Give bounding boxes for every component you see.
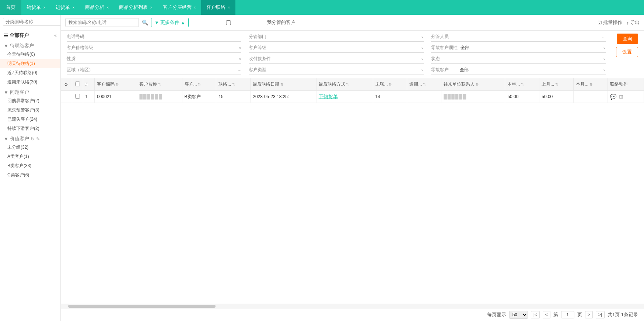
pending-group-label: ▼ 待联络客户 <box>0 40 60 50</box>
table-row: 1 000021 ██████ B类客户 15 2023-05-23 18:25… <box>61 91 644 103</box>
value-group-edit-icon[interactable]: ✎ <box>36 136 40 142</box>
batch-op-btn[interactable]: ☑ 批量操作 <box>598 19 622 26</box>
col-gear[interactable]: ⚙ <box>61 78 72 91</box>
sidebar-item-ungrouped[interactable]: 未分组(32) <box>0 143 60 152</box>
table-header-row: ⚙ # 客户编码 客户名称 客户... 联络... 最后联络日期 最后联络方式 … <box>61 78 644 91</box>
col-unlink[interactable]: 未联... <box>373 78 407 91</box>
row-last-month: 50.00 <box>539 91 574 103</box>
col-contact-person[interactable]: 往来单位联系人 <box>441 78 505 91</box>
person-more-btn[interactable]: ··· <box>602 34 606 39</box>
search-input[interactable] <box>65 18 139 27</box>
nav-item-sales[interactable]: 销货单 × <box>21 0 50 15</box>
per-page-select[interactable]: 50 100 200 <box>509 311 528 319</box>
scrollbar-thumb[interactable] <box>68 305 216 308</box>
nav-home[interactable]: 首页 <box>0 0 21 15</box>
nav-item-analysis-list[interactable]: 商品分析列表 × <box>114 0 157 15</box>
retail-attr-dropdown-icon[interactable]: ∨ <box>603 46 606 50</box>
page-input[interactable] <box>561 311 574 318</box>
sidebar-search-area: 🔍 <box>0 15 60 29</box>
main-layout: 🔍 ☰ 全部客户 « ▼ 待联络客户 今天待联络(0) 明天待联络(1) 近7天… <box>0 15 644 321</box>
nav-close-analysis[interactable]: × <box>106 5 109 10</box>
row-type: B类客户 <box>182 91 216 103</box>
customer-level-dropdown-icon[interactable]: ∨ <box>421 46 424 50</box>
col-type[interactable]: 客户... <box>182 78 216 91</box>
nav-item-customer-ops[interactable]: 客户分层经营 × <box>158 0 201 15</box>
col-code[interactable]: 客户编码 <box>95 78 137 91</box>
col-name[interactable]: 客户名称 <box>137 78 182 91</box>
status-dropdown-icon[interactable]: ∨ <box>603 57 606 61</box>
row-name: ██████ <box>137 91 182 103</box>
nav-item-purchase[interactable]: 进货单 × <box>50 0 80 15</box>
value-group-label: ▼ 价值客户 ↻ ✎ <box>0 133 60 143</box>
nav-item-customer-contact[interactable]: 客户联络 × <box>201 0 235 15</box>
customer-table: ⚙ # 客户编码 客户名称 客户... 联络... 最后联络日期 最后联络方式 … <box>61 78 644 103</box>
horizontal-scrollbar[interactable] <box>61 304 644 308</box>
set-button[interactable]: 设置 <box>616 47 638 57</box>
sidebar-item-churned[interactable]: 已流失客户(24) <box>0 115 60 124</box>
filter-retail-customer: 零散客户 全部 ∨ <box>431 67 606 75</box>
nav-close-purchase[interactable]: × <box>72 5 74 10</box>
search-button[interactable]: 🔍 <box>142 20 148 25</box>
nav-close-sales[interactable]: × <box>43 5 45 10</box>
query-button[interactable]: 查询 <box>617 34 638 44</box>
sidebar-item-churn-warning[interactable]: 流失预警客户(3) <box>0 106 60 115</box>
sidebar-search-input[interactable] <box>3 18 61 26</box>
row-select-checkbox[interactable] <box>75 94 80 99</box>
sidebar-item-abnormal[interactable]: 回购异常客户(2) <box>0 96 60 106</box>
more-conditions-btn[interactable]: ▼ 更多条件 ▲ <box>151 18 189 27</box>
col-overdue[interactable]: 逾期... <box>407 78 441 91</box>
sidebar-item-declining[interactable]: 持续下滑客户(2) <box>0 124 60 133</box>
sidebar-item-c-class[interactable]: C类客户(6) <box>0 170 60 180</box>
col-last-month[interactable]: 上月... <box>539 78 574 91</box>
payment-dropdown-icon[interactable]: ∨ <box>421 57 424 61</box>
nature-dropdown-icon[interactable]: ∨ <box>239 57 241 61</box>
nav-close-customer-ops[interactable]: × <box>194 5 196 10</box>
filter-row-4: 区域（地区） ··· 客户类型 ∨ 零散客户 全部 ∨ <box>67 67 613 75</box>
next-page-btn[interactable]: > <box>585 311 593 318</box>
sidebar: 🔍 ☰ 全部客户 « ▼ 待联络客户 今天待联络(0) 明天待联络(1) 近7天… <box>0 15 61 321</box>
sidebar-item-a-class[interactable]: A类客户(1) <box>0 152 60 161</box>
nav-close-customer-contact[interactable]: × <box>228 5 230 10</box>
dept-dropdown-icon[interactable]: ∨ <box>421 35 424 39</box>
nav-item-analysis[interactable]: 商品分析 × <box>80 0 114 15</box>
col-last-method[interactable]: 最后联络方式 <box>316 78 373 91</box>
nav-close-analysis-list[interactable]: × <box>150 5 152 10</box>
sidebar-item-today[interactable]: 今天待联络(0) <box>0 50 60 59</box>
customer-type-dropdown-icon[interactable]: ∨ <box>421 68 424 72</box>
sidebar-item-7days[interactable]: 近7天待联络(0) <box>0 68 60 77</box>
page-label: 第 <box>553 311 558 318</box>
value-group-refresh-icon[interactable]: ↻ <box>31 136 35 142</box>
sidebar-item-tomorrow[interactable]: 明天待联络(1) <box>0 59 60 68</box>
sidebar-item-b-class[interactable]: B类客户(33) <box>0 161 60 170</box>
export-btn[interactable]: ↑ 导出 <box>627 19 640 26</box>
row-no: 1 <box>83 91 95 103</box>
filter-region: 区域（地区） ··· <box>67 67 241 75</box>
col-this-year[interactable]: 本年... <box>505 78 539 91</box>
filter-dept: 分管部门 ∨ <box>249 34 423 42</box>
last-page-btn[interactable]: >| <box>596 311 605 318</box>
region-more-btn[interactable]: ··· <box>238 68 241 73</box>
top-nav: 首页 销货单 × 进货单 × 商品分析 × 商品分析列表 × 客户分层经营 × … <box>0 0 644 15</box>
row-last-date: 2023-05-23 18:25: <box>251 91 316 103</box>
action-chat-icon[interactable]: 💬 <box>610 94 616 100</box>
prev-page-btn[interactable]: < <box>543 311 550 318</box>
total-label: 共1页 1条记录 <box>608 311 638 318</box>
row-last-method[interactable]: 下销货单 <box>316 91 373 103</box>
col-last-date[interactable]: 最后联络日期 <box>251 78 316 91</box>
retail-customer-dropdown-icon[interactable]: ∨ <box>603 68 606 72</box>
filter-row-1: 电话号码 分管部门 ∨ 分管人员 ··· <box>67 34 613 42</box>
price-level-dropdown-icon[interactable]: ∨ <box>239 46 241 50</box>
sidebar-item-overdue[interactable]: 逾期未联络(30) <box>0 77 60 87</box>
col-this-month[interactable]: 本月... <box>574 78 608 91</box>
my-customers-checkbox[interactable] <box>192 20 265 25</box>
sidebar-collapse-btn[interactable]: « <box>54 33 57 38</box>
row-contact-person: ██████ <box>441 91 505 103</box>
row-gear <box>61 91 72 103</box>
first-page-btn[interactable]: |< <box>531 311 540 318</box>
action-grid-icon[interactable]: ⊞ <box>619 94 623 100</box>
filter-status: 状态 ∨ <box>431 56 606 64</box>
col-contact[interactable]: 联络... <box>216 78 251 91</box>
select-all-checkbox[interactable] <box>75 82 80 86</box>
row-this-year: 50.00 <box>505 91 539 103</box>
all-customers-header: ☰ 全部客户 « <box>0 29 60 40</box>
